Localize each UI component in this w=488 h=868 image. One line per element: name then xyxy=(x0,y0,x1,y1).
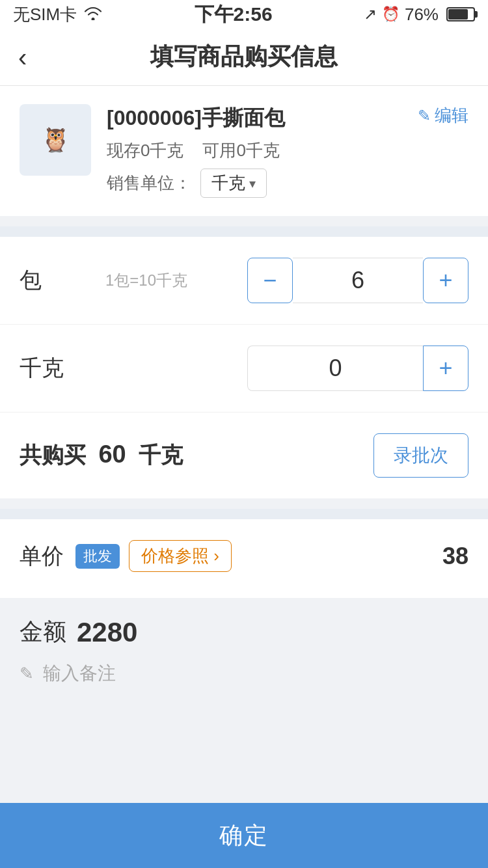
bao-controls: − + xyxy=(247,258,468,303)
nav-title: 填写商品购买信息 xyxy=(150,41,338,73)
unit-dropdown-icon: ▾ xyxy=(249,176,256,191)
total-unit: 千克 xyxy=(139,442,183,467)
location-icon: ↗ xyxy=(364,5,377,23)
alarm-icon: ⏰ xyxy=(382,6,400,23)
product-stock: 现存0千克 可用0千克 xyxy=(107,139,468,162)
confirm-button-label: 确定 xyxy=(219,820,269,852)
remark-row[interactable]: ✎ 输入备注 xyxy=(20,661,468,686)
status-time: 下午2:56 xyxy=(195,1,273,28)
bao-increase-button[interactable]: + xyxy=(423,258,468,303)
wifi-icon xyxy=(83,5,103,25)
battery-bar xyxy=(446,7,475,21)
nav-bar: ‹ 填写商品购买信息 xyxy=(0,29,488,86)
status-left: 无SIM卡 xyxy=(13,3,103,26)
unit-label: 销售单位： xyxy=(107,172,191,195)
total-amount: 60 xyxy=(98,441,126,468)
bao-input-section: 包 1包=10千克 − + 千克 + xyxy=(0,237,488,413)
price-value: 38 xyxy=(442,543,468,570)
kg-input-row: 千克 + xyxy=(0,325,488,413)
bao-input-row: 包 1包=10千克 − + xyxy=(0,237,488,325)
price-section: 单价 批发 价格参照 › 38 xyxy=(0,519,488,598)
price-label: 单价 xyxy=(20,541,64,571)
battery-percent: 76% xyxy=(405,5,439,25)
status-bar: 无SIM卡 下午2:56 ↗ ⏰ 76% xyxy=(0,0,488,29)
unit-select[interactable]: 千克 ▾ xyxy=(200,169,267,198)
stock-available: 可用0千克 xyxy=(202,141,279,160)
remark-placeholder: 输入备注 xyxy=(43,661,116,686)
bao-decrease-button[interactable]: − xyxy=(247,258,293,303)
price-row: 单价 批发 价格参照 › 38 xyxy=(20,540,468,572)
product-name: [0000006]手撕面包 xyxy=(107,104,468,133)
edit-link[interactable]: ✎ 编辑 xyxy=(418,104,468,127)
carrier-label: 无SIM卡 xyxy=(13,3,77,26)
content: 🦉 [0000006]手撕面包 现存0千克 可用0千克 销售单位： 千克 ▾ xyxy=(0,86,488,868)
bao-label: 包 xyxy=(20,265,98,295)
total-text: 共购买 60 千克 xyxy=(20,441,183,470)
status-right: ↗ ⏰ 76% xyxy=(364,5,475,25)
divider-1 xyxy=(0,226,488,237)
product-unit-row: 销售单位： 千克 ▾ xyxy=(107,169,468,198)
price-badge: 批发 xyxy=(75,544,120,569)
amount-label: 金额 xyxy=(20,616,66,648)
batch-button[interactable]: 录批次 xyxy=(373,433,468,478)
total-row: 共购买 60 千克 录批次 xyxy=(0,413,488,498)
battery-fill xyxy=(448,9,468,20)
kg-quantity-input[interactable] xyxy=(247,346,423,391)
bao-quantity-input[interactable] xyxy=(293,258,423,303)
kg-increase-button[interactable]: + xyxy=(423,346,468,391)
product-logo-icon: 🦉 xyxy=(41,126,70,154)
price-reference-button[interactable]: 价格参照 › xyxy=(129,540,232,572)
divider-2 xyxy=(0,509,488,519)
stock-current: 现存0千克 xyxy=(107,141,183,160)
amount-section: 金额 2280 ✎ 输入备注 xyxy=(0,598,488,704)
product-info: [0000006]手撕面包 现存0千克 可用0千克 销售单位： 千克 ▾ xyxy=(107,104,468,198)
kg-label: 千克 xyxy=(20,353,247,383)
amount-value: 2280 xyxy=(77,617,137,648)
total-prefix: 共购买 xyxy=(20,442,86,467)
back-button[interactable]: ‹ xyxy=(18,44,27,70)
amount-row: 金额 2280 xyxy=(20,616,468,648)
bao-sublabel: 1包=10千克 xyxy=(105,270,247,291)
remark-pencil-icon: ✎ xyxy=(20,664,34,684)
unit-value: 千克 xyxy=(211,172,245,195)
edit-label: 编辑 xyxy=(435,104,468,127)
product-card: 🦉 [0000006]手撕面包 现存0千克 可用0千克 销售单位： 千克 ▾ xyxy=(0,86,488,216)
kg-controls: + xyxy=(247,346,468,391)
edit-icon: ✎ xyxy=(418,107,431,125)
product-image: 🦉 xyxy=(20,104,91,176)
confirm-bar[interactable]: 确定 xyxy=(0,803,488,868)
